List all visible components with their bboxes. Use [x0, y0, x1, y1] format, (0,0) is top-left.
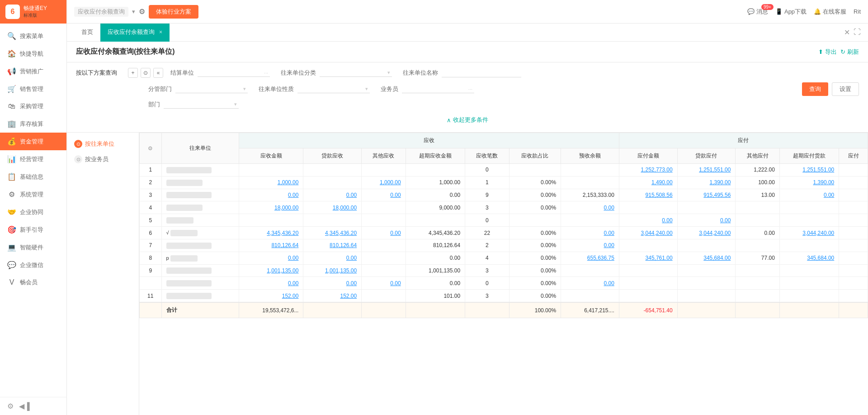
download-icon: 📱	[775, 8, 783, 15]
sidebar-item-base[interactable]: 📋 基础信息	[0, 168, 66, 186]
settings-bottom-icon[interactable]: ⚙	[7, 402, 14, 410]
cell-overdue-ar: 101.00	[406, 290, 465, 302]
guide-icon: 🎯	[7, 225, 16, 234]
table-row: 4 18,000.00 18,000.00 9,000.00 3 0.00% 0…	[140, 201, 868, 214]
export-button[interactable]: ⬆ 导出	[818, 48, 837, 56]
department-select[interactable]: ▾	[175, 85, 248, 93]
window-close-icon[interactable]: ✕	[844, 28, 850, 37]
cell-overdue-ap	[779, 277, 839, 290]
filter-add-button[interactable]: +	[128, 68, 138, 78]
sidebar-item-guide[interactable]: 🎯 新手引导	[0, 221, 66, 239]
table-row: 2 1,000.00 1,000.00 1,000.00 1 0.00% 1,4…	[140, 176, 868, 189]
sidebar-item-member[interactable]: V 畅会员	[0, 274, 66, 291]
settings-filter-button[interactable]: 设置	[832, 82, 859, 96]
overdue-ap-link[interactable]: 1,251,551.00	[802, 167, 834, 173]
filter-label: 按以下方案查询	[76, 69, 117, 77]
filter-actions: + ⊙ «	[128, 68, 163, 78]
masked-unit	[166, 280, 212, 286]
sidebar-item-inventory[interactable]: 🏢 库存核算	[0, 115, 66, 133]
cell-unit	[161, 201, 239, 214]
cell-unit	[161, 290, 239, 302]
footer-overdue-ar	[406, 302, 465, 318]
cell-advance	[561, 264, 619, 277]
footer-advance: 6,417,215....	[561, 302, 619, 318]
cell-loan-ar	[303, 214, 362, 227]
by-salesperson-icon: ⊙	[74, 155, 82, 163]
loan-ap-link[interactable]: 1,251,551.00	[699, 167, 731, 173]
unit-nature-select[interactable]: ▾	[297, 85, 370, 93]
wechat-icon: 💬	[7, 261, 16, 269]
cell-ar-ratio: 0.00%	[509, 176, 561, 189]
logo-text: 畅捷通EY 标准版	[24, 5, 47, 19]
industry-plan-button[interactable]: 体验行业方案	[149, 5, 198, 19]
refresh-button[interactable]: ↻ 刷新	[840, 48, 859, 56]
sidebar-item-label: 库存核算	[20, 120, 43, 128]
sidebar-item-label: 企业微信	[20, 261, 43, 269]
th-ap-amount: 应付金额	[619, 148, 677, 164]
dept-select[interactable]: ▾	[164, 100, 239, 109]
filter-collapse-button[interactable]: «	[153, 68, 163, 78]
footer-ap-more	[839, 302, 868, 318]
table-row: 7 810,126.64 810,126.64 810,126.64 2 0.0…	[140, 239, 868, 252]
sidebar-item-marketing[interactable]: 📢 营销推广	[0, 62, 66, 80]
gear-icon[interactable]: ⚙	[139, 7, 145, 16]
salesperson-dots[interactable]: ···	[468, 86, 472, 92]
hardware-icon: 💻	[7, 243, 16, 252]
query-mode-by-unit[interactable]: ⊙ 按往来单位	[67, 136, 139, 152]
sidebar-item-collab[interactable]: 🤝 企业协同	[0, 203, 66, 221]
sidebar-item-quicknav[interactable]: 🏠 快捷导航	[0, 45, 66, 62]
tab-close-icon[interactable]: ×	[159, 29, 162, 35]
brand-name: 畅捷通EY	[24, 5, 47, 12]
masked-unit	[170, 230, 198, 236]
sidebar-item-purchase[interactable]: 🛍 采购管理	[0, 98, 66, 115]
settlement-unit-input[interactable]: ···	[198, 69, 270, 77]
cell-no: 2	[140, 176, 162, 189]
settlement-unit-dots[interactable]: ···	[264, 70, 268, 76]
collapse-conditions-button[interactable]: ∧ 收起更多条件	[76, 113, 859, 127]
cell-ap-more	[839, 164, 868, 176]
purchase-icon: 🛍	[7, 102, 16, 110]
sidebar-item-sysadmin[interactable]: ⚙ 系统管理	[0, 186, 66, 203]
message-button[interactable]: 💬 消息 99+	[747, 8, 768, 16]
query-button[interactable]: 查询	[802, 82, 828, 96]
sidebar-item-sales[interactable]: 🛒 销售管理	[0, 80, 66, 98]
cell-loan-ar: 152.00	[303, 290, 362, 302]
cell-ap-amount	[619, 201, 677, 214]
salesperson-select[interactable]: ···	[402, 86, 474, 93]
cell-ap-more	[839, 264, 868, 277]
sidebar-item-wechat[interactable]: 💬 企业微信	[0, 256, 66, 274]
cell-ar-count: 3	[465, 290, 509, 302]
th-overdue-ar: 超期应收金额	[406, 148, 465, 164]
cell-loan-ap: 1,251,551.00	[677, 164, 736, 176]
online-service-button[interactable]: 🔔 在线客服	[814, 8, 846, 16]
sidebar-item-finance[interactable]: 💰 资金管理	[0, 133, 66, 150]
collapse-sidebar-icon[interactable]: ◀▐	[19, 402, 29, 410]
tab-home[interactable]: 首页	[74, 24, 100, 42]
base-icon: 📋	[7, 172, 16, 181]
cell-loan-ar: 0.00	[303, 252, 362, 264]
sidebar-item-hardware[interactable]: 💻 智能硬件	[0, 239, 66, 256]
cell-ar-ratio: 0.00%	[509, 239, 561, 252]
query-mode-by-salesperson[interactable]: ⊙ 按业务员	[67, 152, 139, 167]
window-maximize-icon[interactable]: ⛶	[854, 28, 861, 37]
cell-unit	[161, 214, 239, 227]
sidebar-menu: 🔍 搜索菜单 🏠 快捷导航 📢 营销推广 🛒 销售管理 🛍 采购管理 🏢 库存核…	[0, 24, 66, 397]
field-settlement-unit: 结算单位 ···	[170, 69, 270, 77]
filter-settings-button[interactable]: ⊙	[141, 68, 151, 78]
filter-fields-row2: 分管部门 ▾ 往来单位性质 ▾ 业务员	[148, 85, 795, 93]
table-settings-icon[interactable]: ⚙	[148, 145, 153, 152]
th-loan-ar: 贷款应收	[303, 148, 362, 164]
cell-ap-amount	[619, 290, 677, 302]
tab-arpa[interactable]: 应收应付余额查询 ×	[100, 24, 170, 42]
ap-amount-link[interactable]: 1,252,773.00	[641, 167, 673, 173]
sidebar-item-ops[interactable]: 📊 经营管理	[0, 150, 66, 168]
ops-icon: 📊	[7, 155, 16, 163]
sidebar-item-search[interactable]: 🔍 搜索菜单	[0, 27, 66, 45]
cell-overdue-ap	[779, 239, 839, 252]
sysadmin-icon: ⚙	[7, 190, 16, 199]
unit-name-input[interactable]	[442, 68, 521, 77]
cell-ap-amount	[619, 277, 677, 290]
app-download-button[interactable]: 📱 App下载	[775, 8, 807, 16]
unit-category-select[interactable]: ▾	[320, 69, 392, 77]
cell-other-ar	[362, 214, 406, 227]
